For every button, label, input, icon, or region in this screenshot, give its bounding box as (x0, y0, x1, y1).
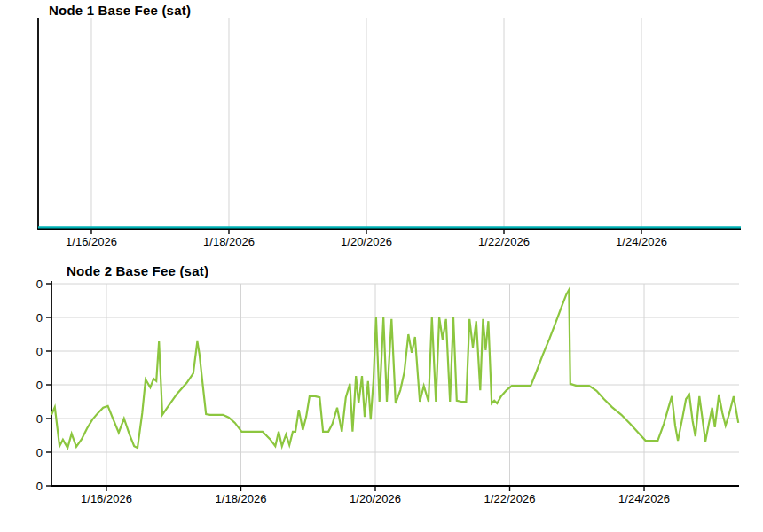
x-tick-label: 1/24/2026 (616, 235, 667, 248)
y-tick-label: 0 (36, 480, 43, 493)
node2-chart-title: Node 2 Base Fee (sat) (67, 263, 208, 278)
x-tick-label: 1/20/2026 (341, 235, 392, 248)
y-tick-label: 0 (36, 446, 43, 459)
y-tick-label: 0 (36, 311, 43, 325)
y-tick-label: 0 (36, 412, 43, 426)
x-tick-label: 1/16/2026 (81, 492, 132, 505)
x-tick-label: 1/20/2026 (350, 492, 401, 505)
y-tick-label: 0 (36, 379, 43, 392)
x-tick-label: 1/22/2026 (478, 235, 530, 248)
y-tick-label: 0 (36, 345, 43, 358)
x-tick-label: 1/22/2026 (484, 492, 536, 505)
x-tick-label: 1/24/2026 (618, 492, 670, 505)
x-tick-label: 1/16/2026 (66, 235, 117, 248)
x-tick-label: 1/18/2026 (203, 235, 255, 248)
node1-chart-title: Node 1 Base Fee (sat) (49, 3, 191, 18)
y-tick-label: 0 (36, 278, 43, 291)
x-tick-label: 1/18/2026 (216, 492, 267, 505)
node2-base-fee-series-line (51, 290, 738, 448)
dual-fee-charts-canvas: 1/16/20261/18/20261/20/20261/22/20261/24… (0, 0, 763, 532)
